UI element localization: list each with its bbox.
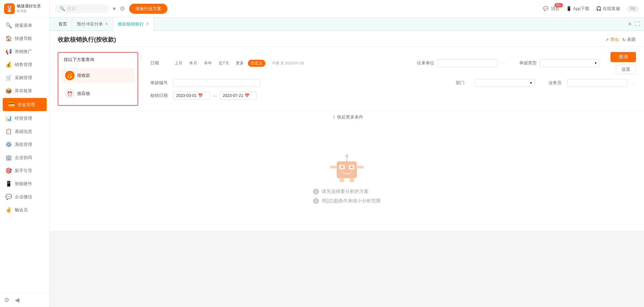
sidebar-item-search[interactable]: 🔍 搜索菜单 (0, 19, 49, 32)
verify-date-label: 核销日期 (150, 93, 168, 99)
sidebar-item-label: 经营管理 (15, 115, 32, 121)
tab-home[interactable]: 首页 (54, 17, 72, 31)
tab-prepay[interactable]: 预付冲应付单 ✕ (72, 17, 113, 31)
filter-panel: 按以下方案查询 💰 按收款 ⏰ 按应收 《 日期 上月 本月 (50, 47, 644, 111)
date-range-note: 不限 至 2023-07-26 (272, 61, 304, 66)
sidebar-item-basic-info[interactable]: 📋 基础信息 (0, 125, 49, 138)
staff-input[interactable] (567, 79, 628, 87)
search-bar[interactable]: 🔍 搜索 (55, 4, 109, 13)
filter-option-by-receipt[interactable]: 💰 按收款 (61, 68, 135, 83)
staff-label: 业务员 (548, 80, 565, 86)
wechat-icon: 💬 (5, 194, 12, 200)
collapse-sidebar-button[interactable]: ◀ (15, 296, 19, 304)
sidebar-item-label: 搜索菜单 (15, 22, 32, 29)
system-icon: ⚙️ (5, 141, 12, 148)
export-button[interactable]: ↗ 导出 (605, 37, 619, 43)
search-icon: 🔍 (60, 6, 65, 11)
tab-home-label: 首页 (58, 21, 67, 27)
bill-type-field: 单据类型 ▾ (519, 59, 600, 67)
filter-option-receipt-label: 按收款 (77, 72, 90, 79)
inventory-icon: 📦 (5, 88, 12, 94)
svg-point-4 (350, 166, 353, 168)
filter-action-buttons: 查询 设置 (610, 52, 636, 74)
sidebar-item-label: 新手引导 (15, 168, 32, 174)
sidebar-item-guide[interactable]: 🎯 新手引导 (0, 164, 49, 177)
query-button[interactable]: 查询 (610, 52, 636, 62)
export-icon: ↗ (605, 37, 609, 42)
svg-rect-8 (357, 166, 364, 168)
sidebar-item-inventory[interactable]: 📦 库存核算 (0, 84, 49, 97)
verify-date-start[interactable]: 2023-03-01 📅 (173, 92, 210, 100)
sidebar-item-finance[interactable]: 💳 资金管理 (3, 98, 47, 111)
collapse-more-button[interactable]: 《 收起更多条件 (50, 111, 644, 123)
date-7-days[interactable]: 近7天 (216, 60, 232, 67)
marketing-icon: 📢 (5, 48, 12, 55)
app-icon: 📱 (566, 6, 572, 11)
message-badge[interactable]: 💬 消息 99+ (543, 6, 560, 12)
tab-receipt-exec-close[interactable]: ✕ (146, 22, 149, 26)
topbar-settings-icon[interactable]: ⚙ (120, 5, 125, 12)
dept-chevron: ▾ (530, 81, 532, 85)
topbar: 🔍 搜索 ▾ ⚙ 体验行业方案 💬 消息 99+ 📱 App下载 🎧 在线客服 … (50, 0, 644, 17)
app-download[interactable]: 📱 App下载 (566, 6, 589, 12)
basic-info-icon: 📋 (5, 128, 12, 135)
search-placeholder: 搜索 (67, 6, 76, 12)
sidebar-item-system[interactable]: ⚙️ 系统管理 (0, 138, 49, 151)
date-custom[interactable]: 自定义 (248, 60, 265, 67)
sidebar-item-member[interactable]: ✌️ 畅会员 (0, 203, 49, 216)
verify-date-end[interactable]: 2023-07-21 📅 (220, 92, 257, 100)
tab-receipt-exec[interactable]: 收款核销执行 ✕ (113, 17, 154, 31)
sidebar-item-sales[interactable]: 💰 销售管理 (0, 58, 49, 71)
dept-select[interactable]: ▾ (475, 79, 535, 87)
sidebar-item-label: 库存核算 (15, 88, 32, 94)
staff-dots[interactable]: ··· (630, 81, 636, 86)
sidebar-item-hardware[interactable]: 📱 智能硬件 (0, 177, 49, 190)
filter-row-1: 日期 上月 本月 本年 近7天 更多 自定义 不限 至 2023-07-26 往… (150, 52, 636, 74)
sidebar-item-marketing[interactable]: 📢 营销推广 (0, 45, 49, 58)
member-icon: ✌️ (5, 207, 12, 213)
bill-type-select[interactable]: ▾ (539, 59, 600, 67)
solution-button[interactable]: 体验行业方案 (129, 4, 167, 14)
sidebar-bottom: ⚙ ◀ (0, 293, 49, 307)
date-last-month[interactable]: 上月 (172, 60, 185, 67)
user-profile[interactable]: Rit (627, 5, 639, 12)
bill-no-label: 单据编号 (150, 80, 168, 86)
date-quick-buttons: 上月 本月 本年 近7天 更多 自定义 (172, 60, 265, 67)
filter-option-by-receivable[interactable]: ⏰ 按应收 (61, 86, 135, 101)
sidebar-item-label: 资金管理 (17, 102, 35, 108)
online-service[interactable]: 🎧 在线客服 (596, 6, 620, 12)
date-more[interactable]: 更多 (233, 60, 247, 67)
main-area: 🔍 搜索 ▾ ⚙ 体验行业方案 💬 消息 99+ 📱 App下载 🎧 在线客服 … (50, 0, 644, 307)
settings-button[interactable]: 设置 (616, 65, 636, 74)
date-dash: — (213, 93, 217, 98)
page-content: 收款核销执行(按收款) ↗ 导出 ↻ 刷新 按以下方案查询 💰 按收款 (50, 31, 644, 307)
sidebar-item-label: 营销推广 (15, 49, 32, 55)
home-icon: 🏠 (5, 35, 12, 42)
svg-rect-7 (330, 166, 337, 168)
tab-close-all[interactable]: ✕ (628, 21, 632, 27)
date-this-month[interactable]: 本月 (186, 60, 200, 67)
bill-no-input[interactable] (173, 79, 260, 87)
counterparty-input[interactable] (437, 59, 497, 67)
sidebar-item-wechat[interactable]: 💬 企业微信 (0, 190, 49, 203)
tab-maximize[interactable]: ⛶ (635, 21, 640, 27)
filter-form: 日期 上月 本月 本年 近7天 更多 自定义 不限 至 2023-07-26 往… (142, 52, 644, 111)
receivable-scheme-icon: ⏰ (65, 89, 74, 98)
sidebar-item-enterprise[interactable]: 🏢 企业协同 (0, 151, 49, 164)
page-title: 收款核销执行(按收款) (58, 36, 116, 44)
refresh-button[interactable]: ↻ 刷新 (622, 37, 636, 43)
date-this-year[interactable]: 本年 (201, 60, 215, 67)
tab-prepay-close[interactable]: ✕ (105, 22, 108, 26)
verify-date-range: 2023-03-01 📅 — 2023-07-21 📅 (173, 92, 257, 100)
sidebar-item-quick-nav[interactable]: 🏠 快捷导航 (0, 32, 49, 45)
filter-collapse-arrow[interactable]: 《 (138, 55, 142, 111)
settings-button[interactable]: ⚙ (4, 296, 9, 304)
dropdown-arrow[interactable]: ▾ (113, 5, 116, 12)
message-icon: 💬 (543, 6, 548, 11)
sidebar-item-purchase[interactable]: 🛒 采购管理 (0, 71, 49, 84)
purchase-icon: 🛒 (5, 74, 12, 81)
page-actions: ↗ 导出 ↻ 刷新 (605, 37, 636, 43)
sidebar-item-operations[interactable]: 📊 经营管理 (0, 112, 49, 125)
empty-state: 1 请先选择要分析的方案 2 用[过滤]条件来缩小分析范围 (50, 123, 644, 231)
counterparty-dots[interactable]: ··· (500, 61, 506, 66)
